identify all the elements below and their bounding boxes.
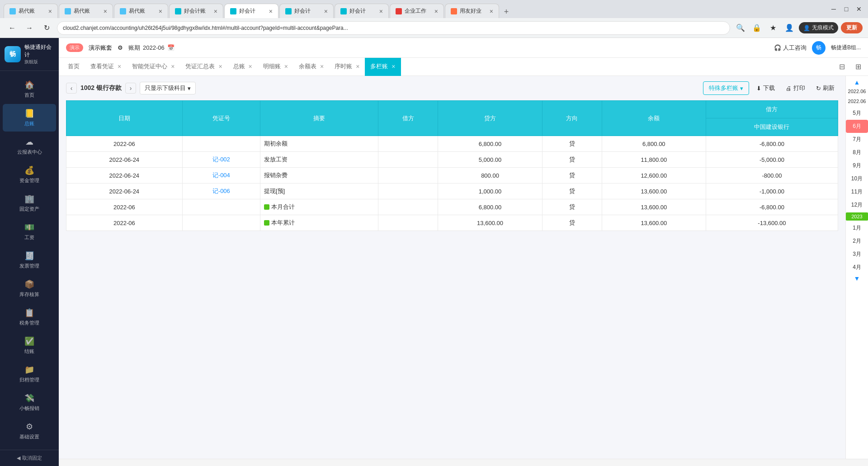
- tab-view-voucher[interactable]: 查看凭证 ×: [85, 58, 127, 76]
- tab-general-ledger[interactable]: 总账 ×: [228, 58, 258, 76]
- browser-tab-5[interactable]: 好会计 ×: [224, 4, 278, 18]
- calendar-month-oct[interactable]: 10月: [846, 172, 868, 185]
- extension-icon[interactable]: 🔒: [750, 21, 764, 35]
- tab-close-9[interactable]: ×: [490, 8, 493, 15]
- sidebar-item-fund[interactable]: 💰 资金管理: [3, 161, 56, 188]
- tab-smart-voucher-close[interactable]: ×: [171, 63, 175, 70]
- sidebar-item-home[interactable]: 🏠 首页: [3, 75, 56, 103]
- tab-voucher-summary-close[interactable]: ×: [218, 63, 222, 70]
- browser-tab-9[interactable]: 用友好业 ×: [445, 4, 499, 18]
- prev-account-button[interactable]: ‹: [66, 83, 77, 94]
- horizontal-scrollbar[interactable]: [59, 459, 868, 466]
- tab-collapse-button[interactable]: ⊟: [835, 61, 848, 73]
- show-sub-button[interactable]: 只显示下级科目 ▾: [140, 82, 196, 94]
- calendar-month-jan[interactable]: 1月: [846, 221, 868, 235]
- download-button[interactable]: ⬇ 下载: [753, 82, 778, 94]
- sidebar-item-fixed-assets[interactable]: 🏢 固定资产: [3, 189, 56, 217]
- bookmark-icon[interactable]: ★: [766, 21, 780, 35]
- profile-icon[interactable]: 👤: [783, 21, 796, 35]
- forward-button[interactable]: →: [23, 21, 36, 35]
- tab-close-8[interactable]: ×: [434, 8, 438, 15]
- calendar-month-dec[interactable]: 12月: [846, 198, 868, 212]
- search-icon[interactable]: 🔍: [734, 21, 747, 35]
- browser-tab-3[interactable]: 易代账 ×: [114, 4, 168, 18]
- calendar-icon[interactable]: 📅: [167, 44, 175, 51]
- tab-multi-column[interactable]: 多栏账 ×: [365, 58, 401, 76]
- tab-voucher-summary[interactable]: 凭证汇总表 ×: [180, 58, 227, 76]
- cell-voucher-2[interactable]: 记-004: [182, 168, 260, 184]
- tab-close-4[interactable]: ×: [214, 8, 217, 15]
- sidebar-item-cloud-report[interactable]: ☁ 云报表中心: [3, 132, 56, 160]
- sidebar-item-guide[interactable]: 🎯 新手引导: [3, 446, 56, 450]
- calendar-month-apr[interactable]: 4月: [846, 261, 868, 274]
- tab-balance[interactable]: 余额表 ×: [293, 58, 329, 76]
- tab-view-voucher-close[interactable]: ×: [118, 63, 121, 70]
- cell-summary-1: 发放工资: [260, 152, 378, 168]
- sidebar-item-archive[interactable]: 📁 归档管理: [3, 360, 56, 388]
- tab-close-6[interactable]: ×: [324, 8, 328, 15]
- tab-detail-ledger[interactable]: 明细账 ×: [258, 58, 293, 76]
- tab-journal-close[interactable]: ×: [356, 63, 359, 70]
- tab-close-3[interactable]: ×: [159, 8, 162, 15]
- calendar-month-may[interactable]: 5月: [846, 107, 868, 120]
- browser-tab-2[interactable]: 易代账 ×: [59, 4, 113, 18]
- calendar-month-jul[interactable]: 7月: [846, 133, 868, 146]
- minimize-button[interactable]: ─: [828, 4, 839, 14]
- new-tab-button[interactable]: +: [500, 5, 513, 18]
- calendar-month-jun[interactable]: 6月: [846, 120, 868, 133]
- settings-gear-icon[interactable]: ⚙: [118, 44, 123, 51]
- tab-expand-button[interactable]: ⊞: [852, 61, 864, 73]
- sidebar-item-invoice[interactable]: 🧾 发票管理: [3, 246, 56, 274]
- tab-close-1[interactable]: ×: [48, 8, 52, 15]
- cell-voucher-1[interactable]: 记-002: [182, 152, 260, 168]
- address-bar[interactable]: cloud2.chanjet.com/accounting/uh26t264j5…: [57, 21, 730, 35]
- calendar-month-nov[interactable]: 11月: [846, 185, 868, 198]
- sidebar-item-tax[interactable]: 📋 税务管理: [3, 303, 56, 331]
- browser-tab-8[interactable]: 企业工作 ×: [390, 4, 444, 18]
- sidebar-item-salary[interactable]: 💵 工资: [3, 218, 56, 245]
- next-account-button[interactable]: ›: [125, 83, 136, 94]
- browser-tab-7[interactable]: 好会计 ×: [335, 4, 389, 18]
- cell-balance-0: 6,800.00: [602, 136, 706, 152]
- tab-balance-close[interactable]: ×: [320, 63, 324, 70]
- service-button[interactable]: 🎧 人工咨询: [774, 44, 807, 52]
- back-button[interactable]: ←: [5, 21, 19, 35]
- reload-button[interactable]: ↻: [40, 21, 53, 35]
- sidebar-item-expense[interactable]: 💸 小畅报销: [3, 389, 56, 416]
- table-body: 2022-06期初余额6,800.00贷6,800.00-6,800.00202…: [66, 136, 838, 231]
- print-button[interactable]: 🖨 打印: [782, 82, 809, 94]
- browser-tab-4[interactable]: 好会计账 ×: [169, 4, 223, 18]
- tab-journal[interactable]: 序时账 ×: [329, 58, 365, 76]
- calendar-month-feb[interactable]: 2月: [846, 235, 868, 248]
- refresh-button[interactable]: ↻ 刷新: [812, 82, 838, 94]
- sidebar-nav: 🏠 首页 📒 总账 ☁ 云报表中心 💰 资金管理 🏢 固定资产 💵 工资: [0, 71, 59, 450]
- tab-multi-column-close[interactable]: ×: [392, 63, 395, 70]
- tab-close-2[interactable]: ×: [104, 8, 107, 15]
- tab-close-5[interactable]: ×: [269, 8, 273, 15]
- tab-close-7[interactable]: ×: [379, 8, 383, 15]
- tab-detail-ledger-close[interactable]: ×: [284, 63, 288, 70]
- update-button[interactable]: 更新: [841, 22, 863, 33]
- maximize-button[interactable]: □: [841, 4, 852, 14]
- browser-tab-1[interactable]: 易代账 ×: [4, 4, 58, 18]
- calendar-month-sep[interactable]: 9月: [846, 159, 868, 172]
- cell-balance-4: 13,600.00: [602, 199, 706, 215]
- calendar-scroll-down[interactable]: ▼: [850, 274, 864, 283]
- user-avatar[interactable]: 畅: [812, 41, 826, 55]
- tab-general-ledger-close[interactable]: ×: [249, 63, 252, 70]
- special-multi-button[interactable]: 特殊多栏账 ▾: [703, 81, 749, 95]
- sidebar-item-settings[interactable]: ⚙ 基础设置: [3, 417, 56, 445]
- cell-voucher-3[interactable]: 记-006: [182, 184, 260, 199]
- calendar-month-mar[interactable]: 3月: [846, 248, 868, 261]
- sidebar-item-inventory[interactable]: 📦 库存核算: [3, 275, 56, 302]
- close-window-button[interactable]: ✕: [854, 4, 864, 14]
- cancel-fixed-button[interactable]: ◀ 取消固定: [3, 455, 56, 461]
- tab-home[interactable]: 首页: [62, 58, 85, 76]
- calendar-month-aug[interactable]: 8月: [846, 146, 868, 159]
- calendar-scroll-up[interactable]: ▲: [850, 78, 864, 87]
- sidebar-item-ledger[interactable]: 📒 总账: [3, 104, 56, 132]
- tab-smart-voucher[interactable]: 智能凭证中心 ×: [127, 58, 180, 76]
- wuhen-mode-button[interactable]: 👤 无痕模式: [799, 22, 838, 33]
- sidebar-item-close[interactable]: ✅ 结账: [3, 332, 56, 359]
- browser-tab-6[interactable]: 好会计 ×: [279, 4, 334, 18]
